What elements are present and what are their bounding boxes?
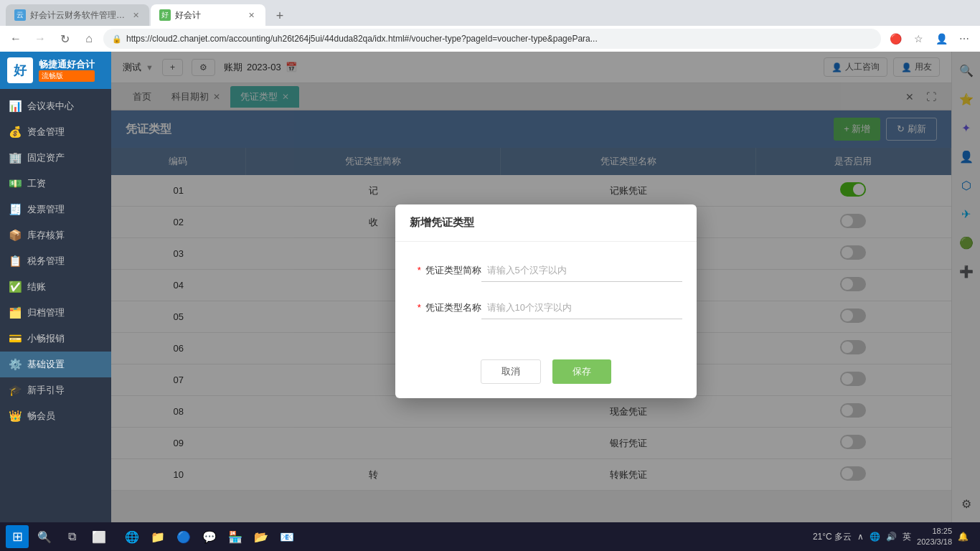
archive-icon: 🗂️ xyxy=(9,306,22,319)
sidebar-item-label-0: 会议表中心 xyxy=(27,100,74,113)
address-bar[interactable]: 🔒 https://cloud2.chanjet.com/accounting/… xyxy=(103,29,881,49)
invoice-icon: 🧾 xyxy=(9,203,22,216)
short-label: * 凭证类型简称 xyxy=(410,264,481,277)
settings-icon: ⚙️ xyxy=(9,358,22,371)
dashboard-icon: 📊 xyxy=(9,100,22,113)
sidebar-item-label-10: 基础设置 xyxy=(27,358,65,371)
taskbar-store[interactable]: 🏪 xyxy=(224,525,247,548)
sidebar-item-expenses[interactable]: 💳 小畅报销 xyxy=(0,326,111,352)
browser-tab-1[interactable]: 云 好会计云财务软件管理系统_会计 ✕ xyxy=(6,4,149,26)
url-text: https://cloud2.chanjet.com/accounting/uh… xyxy=(126,34,598,44)
logo-title: 畅捷通好合计 xyxy=(39,59,95,71)
sidebar-item-salary[interactable]: 💵 工资 xyxy=(0,171,111,197)
taskbar-notification[interactable]: 🔔 xyxy=(958,532,969,542)
form-row-name: * 凭证类型名称 xyxy=(410,296,682,319)
tab2-close[interactable]: ✕ xyxy=(245,9,257,21)
tab1-label: 好会计云财务软件管理系统_会计 xyxy=(30,9,128,22)
taskbar-clock[interactable]: 18:25 2023/3/18 xyxy=(917,526,952,548)
tab1-favicon: 云 xyxy=(14,9,26,21)
expenses-icon: 💳 xyxy=(9,332,22,345)
bookmark-button[interactable]: ☆ xyxy=(908,29,928,49)
sidebar-item-label-4: 发票管理 xyxy=(27,203,65,216)
required-mark-name: * xyxy=(418,302,421,313)
taskbar: ⊞ 🔍 ⧉ ⬜ 🌐 📁 🔵 💬 🏪 📂 📧 21°C 多云 ∧ 🌐 🔊 英 18… xyxy=(0,522,980,551)
taskbar-widgets[interactable]: ⬜ xyxy=(88,525,110,548)
logo-badge: 流畅版 xyxy=(39,70,95,82)
taskbar-files[interactable]: 📂 xyxy=(250,525,273,548)
taskbar-wechat[interactable]: 💬 xyxy=(198,525,221,548)
browser-tabs: 云 好会计云财务软件管理系统_会计 ✕ 好 好会计 ✕ + xyxy=(0,0,980,26)
browser-toolbar-actions: 🔴 ☆ 👤 ⋯ xyxy=(885,29,974,49)
sidebar-item-close-accounts[interactable]: ✅ 结账 xyxy=(0,274,111,300)
taskbar-right: 21°C 多云 ∧ 🌐 🔊 英 18:25 2023/3/18 🔔 xyxy=(813,526,974,548)
sidebar-item-label-1: 资金管理 xyxy=(27,126,65,138)
tab2-favicon: 好 xyxy=(159,9,171,21)
sidebar-item-archive[interactable]: 🗂️ 归档管理 xyxy=(0,300,111,326)
modal-overlay: 新增凭证类型 * 凭证类型简称 * 凭证类型名称 取消 保存 xyxy=(111,52,980,551)
short-label-text: 凭证类型简称 xyxy=(425,265,481,276)
modal-footer: 取消 保存 xyxy=(395,351,697,398)
name-label-text: 凭证类型名称 xyxy=(425,302,481,313)
refresh-button[interactable]: ↻ xyxy=(55,29,75,49)
finance-icon: 💰 xyxy=(9,126,22,138)
sidebar-logo[interactable]: 好 畅捷通好合计 流畅版 xyxy=(0,52,111,89)
modal-body: * 凭证类型简称 * 凭证类型名称 xyxy=(395,242,697,351)
modal-title: 新增凭证类型 xyxy=(410,216,474,228)
lock-icon: 🔒 xyxy=(112,34,122,44)
taskbar-lang[interactable]: 英 xyxy=(903,531,911,543)
back-button[interactable]: ← xyxy=(6,29,26,49)
sidebar-item-label-3: 工资 xyxy=(27,177,46,190)
taskbar-chevron[interactable]: ∧ xyxy=(857,532,864,542)
tax-icon: 📋 xyxy=(9,255,22,268)
taskbar-sound: 🔊 xyxy=(886,532,897,542)
forward-button[interactable]: → xyxy=(30,29,50,49)
required-mark-short: * xyxy=(418,265,421,276)
sidebar-item-dashboard[interactable]: 📊 会议表中心 xyxy=(0,93,111,119)
sidebar-item-inventory[interactable]: 📦 库存核算 xyxy=(0,222,111,248)
save-button[interactable]: 保存 xyxy=(552,359,611,384)
start-button[interactable]: ⊞ xyxy=(6,525,29,548)
sidebar-item-label-11: 新手引导 xyxy=(27,384,65,397)
close-accounts-icon: ✅ xyxy=(9,281,22,293)
profile-button[interactable]: 👤 xyxy=(931,29,951,49)
sidebar-item-guide[interactable]: 🎓 新手引导 xyxy=(0,377,111,403)
sidebar-item-label-5: 库存核算 xyxy=(27,229,65,242)
taskbar-mail[interactable]: 📧 xyxy=(275,525,298,548)
sidebar-item-finance[interactable]: 💰 资金管理 xyxy=(0,119,111,145)
taskbar-multitask[interactable]: ⧉ xyxy=(60,525,83,548)
taskbar-search[interactable]: 🔍 xyxy=(33,525,56,548)
sidebar-item-label-2: 固定资产 xyxy=(27,151,65,164)
sidebar-item-label-8: 归档管理 xyxy=(27,306,65,319)
member-icon: 👑 xyxy=(9,410,22,423)
more-button[interactable]: ⋯ xyxy=(954,29,974,49)
sidebar-item-member[interactable]: 👑 畅会员 xyxy=(0,403,111,429)
tab1-close[interactable]: ✕ xyxy=(132,9,141,21)
form-row-short: * 凭证类型简称 xyxy=(410,259,682,282)
sidebar-item-tax[interactable]: 📋 税务管理 xyxy=(0,248,111,274)
new-tab-button[interactable]: + xyxy=(270,6,290,26)
extensions-button[interactable]: 🔴 xyxy=(885,29,905,49)
name-input[interactable] xyxy=(481,296,682,319)
sidebar-item-label-12: 畅会员 xyxy=(27,410,55,423)
browser-tab-2[interactable]: 好 好会计 ✕ xyxy=(151,4,265,26)
taskbar-edge[interactable]: 🔵 xyxy=(172,525,195,548)
sidebar-nav: 📊 会议表中心 💰 资金管理 🏢 固定资产 💵 工资 🧾 发票管理 📦 xyxy=(0,89,111,527)
taskbar-network: 🌐 xyxy=(870,532,880,542)
sidebar-item-settings[interactable]: ⚙️ 基础设置 xyxy=(0,352,111,377)
browser-chrome: 云 好会计云财务软件管理系统_会计 ✕ 好 好会计 ✕ + ← → ↻ ⌂ 🔒 … xyxy=(0,0,980,52)
sidebar-item-invoice[interactable]: 🧾 发票管理 xyxy=(0,197,111,222)
taskbar-weather: 21°C 多云 xyxy=(813,531,852,543)
sidebar-item-assets[interactable]: 🏢 固定资产 xyxy=(0,145,111,171)
cancel-button[interactable]: 取消 xyxy=(481,359,541,384)
inventory-icon: 📦 xyxy=(9,229,22,242)
logo-text-block: 畅捷通好合计 流畅版 xyxy=(39,59,95,83)
add-voucher-type-modal: 新增凭证类型 * 凭证类型简称 * 凭证类型名称 取消 保存 xyxy=(395,204,697,398)
taskbar-explorer[interactable]: 📁 xyxy=(146,525,169,548)
sidebar-item-label-7: 结账 xyxy=(27,281,46,293)
taskbar-browser[interactable]: 🌐 xyxy=(121,525,143,548)
home-button[interactable]: ⌂ xyxy=(79,29,99,49)
logo-icon: 好 xyxy=(7,57,33,83)
sidebar: 好 畅捷通好合计 流畅版 📊 会议表中心 💰 资金管理 🏢 固定资产 💵 工资 xyxy=(0,52,111,551)
modal-header: 新增凭证类型 xyxy=(395,204,697,242)
short-input[interactable] xyxy=(481,259,682,282)
